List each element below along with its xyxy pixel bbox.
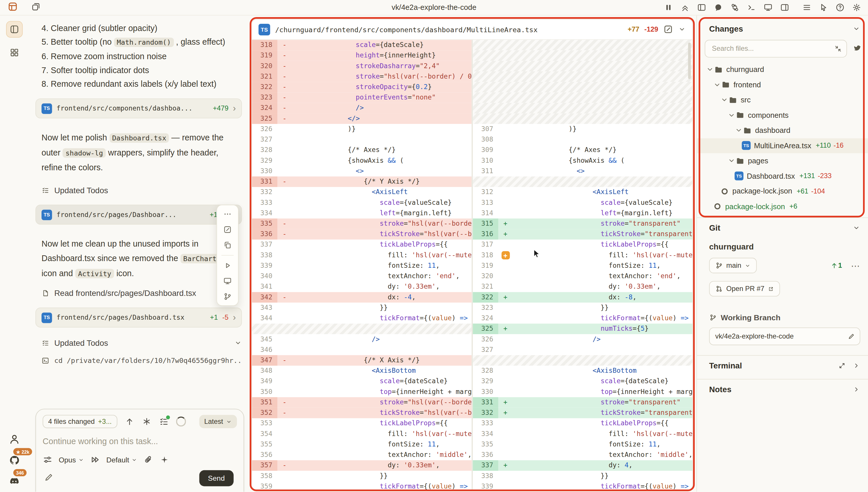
settings-icon[interactable]: [852, 3, 861, 12]
tree-item-pages[interactable]: pages: [697, 153, 868, 168]
pencil-icon[interactable]: [847, 333, 855, 340]
search-files-input[interactable]: [711, 44, 831, 53]
changes-section-header[interactable]: Changes: [697, 19, 868, 39]
window-stack-icon[interactable]: [31, 1, 41, 14]
branch-icon[interactable]: [223, 292, 232, 301]
add-comment-button[interactable]: +: [501, 251, 510, 260]
diff-row-old: 358 }}: [252, 471, 472, 481]
working-branch-field[interactable]: vk/4e2a-explore-the-code: [709, 327, 861, 345]
code-line: [513, 345, 693, 355]
open-in-editor-icon[interactable]: [663, 24, 673, 34]
scroll-top-icon[interactable]: [124, 417, 134, 426]
code-line: fontSize: 11,: [292, 261, 472, 271]
git-more-button[interactable]: ⋯: [851, 260, 860, 271]
chevron-down-icon: [727, 111, 736, 120]
ellipsis-icon[interactable]: [223, 210, 232, 219]
chat-dot-icon[interactable]: [713, 3, 723, 12]
monitor-icon[interactable]: [223, 276, 232, 286]
monitor-icon[interactable]: [764, 3, 773, 12]
menu-icon[interactable]: [802, 3, 812, 12]
sparkle-icon[interactable]: [160, 454, 169, 464]
chevron-down-icon[interactable]: [234, 339, 242, 347]
asterisk-icon[interactable]: [142, 417, 151, 426]
play-icon[interactable]: [223, 261, 232, 270]
edit-icon[interactable]: [223, 225, 232, 234]
diff-additions: +77: [628, 26, 639, 33]
terminal-icon[interactable]: [747, 3, 756, 12]
line-number: 344: [252, 313, 278, 323]
bird-icon[interactable]: [852, 44, 863, 54]
grid-view-button[interactable]: [6, 44, 23, 61]
line-number: 325: [252, 114, 278, 124]
composer-input[interactable]: Continue working on this task...: [43, 437, 237, 446]
brush-icon[interactable]: [44, 472, 54, 482]
ts-file-icon: TS: [742, 141, 751, 150]
app-logo-icon[interactable]: [8, 1, 18, 14]
send-button[interactable]: Send: [199, 470, 234, 486]
app-window: vk/4e2a-explore-the-code ★ 22k 346 4. Cl…: [0, 0, 868, 492]
diff-marker: -: [277, 114, 292, 124]
tree-item-churnguard[interactable]: churnguard: [697, 62, 868, 77]
diff-scrollbar[interactable]: [688, 43, 691, 79]
tree-additions: +110: [816, 142, 831, 150]
code-line: scale={dateScale}: [292, 376, 472, 387]
help-icon[interactable]: [836, 3, 845, 12]
collapse-tree-icon[interactable]: [834, 45, 842, 52]
collapse-diff-icon[interactable]: [678, 26, 686, 33]
account-icon[interactable]: [8, 433, 21, 445]
file-chip[interactable]: TSfrontend/src/pages/Dashboard.tsx+1-5›: [36, 308, 242, 327]
expand-icon[interactable]: [838, 362, 846, 370]
diff-marker: -: [277, 397, 292, 408]
branch-dropdown[interactable]: main: [709, 258, 757, 273]
workspace-button[interactable]: [6, 21, 23, 38]
attach-icon[interactable]: [143, 454, 153, 464]
panel-right-icon[interactable]: [780, 3, 789, 12]
tree-item-multilinearea-tsx[interactable]: TSMultiLineArea.tsx+110-16: [697, 138, 868, 153]
external-link-icon: [768, 286, 774, 292]
tool-call-row[interactable]: cd /private/var/folders/10/h7w0q46556ggr…: [36, 356, 242, 365]
file-chip[interactable]: TSfrontend/src/components/dashboa...+479…: [36, 98, 242, 118]
files-changed-pill[interactable]: 4 files changed +3...: [43, 415, 117, 428]
line-number: 335: [252, 218, 278, 229]
git-compare-icon[interactable]: [730, 3, 740, 12]
settings-sliders-icon[interactable]: [43, 454, 52, 464]
pointer-icon[interactable]: [819, 3, 828, 12]
mode-dropdown[interactable]: Default: [106, 456, 137, 464]
terminal-section-header[interactable]: Terminal: [697, 356, 868, 376]
tree-item-components[interactable]: components: [697, 107, 868, 123]
fast-forward-icon[interactable]: [90, 454, 100, 464]
file-chip[interactable]: TSfrontend/src/pages/Dashboar...+130-2: [36, 205, 242, 225]
tree-item-package-lock-json[interactable]: package-lock.json+6: [697, 199, 868, 214]
tree-item-label: package-lock.json: [732, 187, 792, 196]
line-number: 353: [252, 418, 278, 429]
notes-section-header[interactable]: Notes: [697, 379, 868, 399]
ts-file-icon: TS: [42, 103, 52, 114]
discord-icon[interactable]: [8, 475, 21, 487]
tool-call-row[interactable]: Updated Todos: [36, 339, 242, 347]
open-pr-button[interactable]: Open PR #7: [709, 281, 780, 296]
diff-row-new: 336 textAnchor: 'middle',: [473, 450, 693, 460]
latest-dropdown[interactable]: Latest: [199, 415, 237, 428]
tool-call-row[interactable]: Updated Todos: [36, 186, 242, 195]
tree-item-src[interactable]: src: [697, 92, 868, 107]
tree-item-frontend[interactable]: frontend: [697, 77, 868, 92]
panel-left-icon[interactable]: [697, 3, 706, 12]
line-number: 333: [473, 418, 498, 429]
todo-icon: [42, 339, 49, 347]
copy-icon[interactable]: [223, 241, 232, 250]
tree-item-package-lock-json[interactable]: package-lock.json+61-104: [697, 183, 868, 199]
pause-icon[interactable]: [664, 3, 673, 12]
github-icon[interactable]: [8, 454, 21, 466]
diff-marker: -: [277, 176, 292, 187]
collapse-icon[interactable]: [680, 3, 690, 12]
line-number: 336: [473, 450, 498, 460]
model-dropdown[interactable]: Opus: [58, 456, 84, 464]
git-section-header[interactable]: Git: [697, 218, 868, 238]
chevron-down-icon: [226, 419, 232, 425]
diff-row-old: 354 fill: 'hsl(var(--muted-foreground))'…: [252, 429, 472, 439]
tree-item-dashboard[interactable]: dashboard: [697, 123, 868, 138]
chevron-down-icon: [131, 457, 137, 463]
todo-status-button[interactable]: [159, 417, 169, 426]
tool-call-row[interactable]: Read frontend/src/pages/Dashboard.tsx: [36, 289, 242, 298]
tree-item-dashboard-tsx[interactable]: TSDashboard.tsx+131-233: [697, 169, 868, 183]
